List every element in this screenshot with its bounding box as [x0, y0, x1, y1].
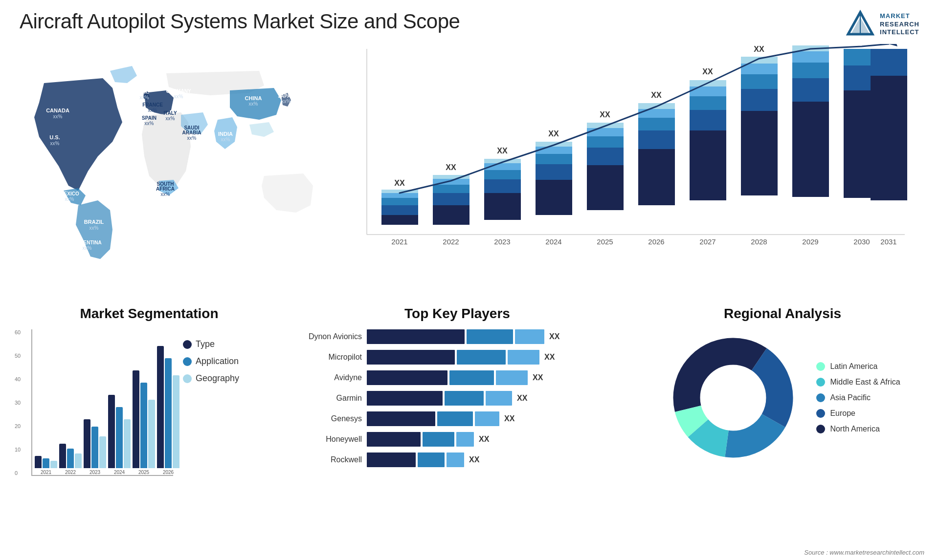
svg-text:xx%: xx%: [53, 114, 63, 119]
legend-dot-application: [183, 357, 192, 366]
svg-text:SPAIN: SPAIN: [142, 115, 156, 121]
svg-text:xx%: xx%: [161, 192, 170, 197]
svg-text:2025: 2025: [597, 237, 613, 246]
svg-text:BRAZIL: BRAZIL: [84, 219, 104, 225]
bar-chart-container: 60 50 40 30 20 10 0 2021: [15, 329, 173, 476]
svg-text:2028: 2028: [751, 237, 767, 246]
growth-chart-section: XX 2021 XX 2022 XX 2023 XX 2024 XX 2025: [352, 44, 924, 269]
segmentation-legend: Type Application Geography: [183, 329, 239, 384]
bar-group-2025: 2025: [133, 370, 155, 475]
svg-rect-67: [587, 128, 624, 136]
svg-text:ARGENTINA: ARGENTINA: [72, 240, 101, 245]
world-map-svg: CANADA xx% U.S. xx% MEXICO xx% BRAZIL xx…: [15, 44, 347, 269]
legend-dot-middle-east-africa: [816, 378, 825, 387]
svg-text:XX: XX: [394, 179, 405, 187]
legend-item-geography: Geography: [183, 373, 239, 384]
legend-dot-geography: [183, 374, 192, 383]
svg-text:xx%: xx%: [83, 245, 92, 251]
legend-dot-type: [183, 340, 192, 349]
svg-rect-73: [638, 118, 675, 130]
svg-text:JAPAN: JAPAN: [278, 93, 294, 99]
svg-text:2027: 2027: [699, 237, 715, 246]
svg-rect-74: [638, 109, 675, 118]
player-row-genesys: Genesys XX: [298, 411, 616, 426]
svg-rect-89: [741, 57, 778, 64]
segmentation-title: Market Segmentation: [15, 306, 284, 322]
svg-text:XX: XX: [548, 129, 559, 138]
page-title: Aircraft Autopilot Systems Market Size a…: [20, 10, 460, 33]
y-axis: 60 50 40 30 20 10 0: [15, 329, 21, 476]
svg-rect-92: [792, 102, 829, 197]
svg-text:xx%: xx%: [282, 99, 291, 104]
svg-text:XX: XX: [446, 163, 456, 172]
regional-section: Regional Analysis: [641, 306, 924, 550]
regional-content: Latin America Middle East & Africa Asia …: [641, 329, 924, 466]
svg-rect-78: [690, 130, 726, 200]
svg-rect-105: [871, 49, 907, 76]
svg-rect-57: [536, 180, 572, 215]
regional-title: Regional Analysis: [641, 306, 924, 322]
bar-group-2021: 2021: [35, 456, 57, 475]
svg-text:ITALY: ITALY: [163, 110, 177, 116]
svg-text:MEXICO: MEXICO: [60, 191, 79, 196]
svg-text:XX: XX: [856, 44, 867, 44]
svg-text:xx%: xx%: [249, 101, 258, 107]
logo: MARKET RESEARCH INTELLECT: [846, 10, 919, 39]
bar-chart-inner: 2021 2022: [31, 329, 173, 476]
key-players-section: Top Key Players Dynon Avionics XX Microp…: [298, 306, 616, 550]
svg-rect-44: [433, 193, 470, 205]
bar-group-2022: 2022: [59, 444, 82, 475]
logo-text: MARKET RESEARCH INTELLECT: [880, 12, 919, 37]
svg-rect-95: [792, 51, 829, 63]
svg-rect-64: [587, 165, 624, 210]
svg-text:xx%: xx%: [174, 94, 183, 99]
svg-rect-71: [638, 149, 675, 205]
svg-text:xx%: xx%: [140, 95, 149, 100]
bar-2021-seg1: [381, 215, 418, 225]
player-row-dynon: Dynon Avionics XX: [298, 329, 616, 344]
player-row-honeywell: Honeywell XX: [298, 432, 616, 447]
legend-dot-latin-america: [816, 362, 825, 371]
svg-text:xx%: xx%: [148, 108, 157, 113]
svg-rect-65: [587, 148, 624, 165]
svg-rect-37: [381, 205, 418, 215]
svg-text:xx%: xx%: [89, 225, 99, 231]
player-row-avidyne: Avidyne XX: [298, 370, 616, 385]
growth-chart-svg: XX 2021 XX 2022 XX 2023 XX 2024 XX 2025: [352, 44, 915, 269]
bar-group-2024: 2024: [108, 395, 131, 475]
player-row-micropilot: Micropilot XX: [298, 350, 616, 365]
svg-text:2030: 2030: [853, 237, 870, 246]
svg-text:xx%: xx%: [145, 121, 154, 126]
svg-rect-104: [871, 76, 907, 200]
svg-text:2029: 2029: [802, 237, 818, 246]
svg-text:2021: 2021: [391, 237, 407, 246]
svg-text:FRANCE: FRANCE: [142, 102, 163, 108]
svg-rect-58: [536, 164, 572, 180]
svg-text:XX: XX: [651, 91, 662, 99]
svg-text:2026: 2026: [648, 237, 664, 246]
svg-text:XX: XX: [702, 67, 713, 76]
svg-rect-94: [792, 63, 829, 78]
svg-text:xx%: xx%: [187, 135, 197, 141]
player-row-rockwell: Rockwell XX: [298, 452, 616, 467]
regional-legend: Latin America Middle East & Africa Asia …: [816, 362, 900, 433]
svg-rect-61: [536, 142, 572, 147]
svg-rect-52: [484, 170, 521, 179]
svg-rect-66: [587, 136, 624, 148]
source-text: Source : www.marketresearchintellect.com: [804, 549, 924, 556]
svg-text:U.S.: U.S.: [49, 134, 60, 140]
svg-text:2023: 2023: [494, 237, 510, 246]
svg-text:2022: 2022: [443, 237, 459, 246]
svg-rect-93: [792, 78, 829, 102]
svg-rect-87: [741, 74, 778, 89]
svg-text:ARABIA: ARABIA: [182, 130, 201, 135]
legend-dot-north-america: [816, 425, 825, 433]
svg-rect-43: [433, 205, 470, 225]
svg-text:2031: 2031: [880, 237, 896, 246]
svg-text:XX: XX: [600, 110, 610, 119]
player-row-garmin: Garmin XX: [298, 391, 616, 406]
svg-point-115: [701, 366, 765, 430]
legend-north-america: North America: [816, 425, 900, 433]
svg-text:AFRICA: AFRICA: [156, 186, 175, 192]
legend-asia-pacific: Asia Pacific: [816, 393, 900, 402]
